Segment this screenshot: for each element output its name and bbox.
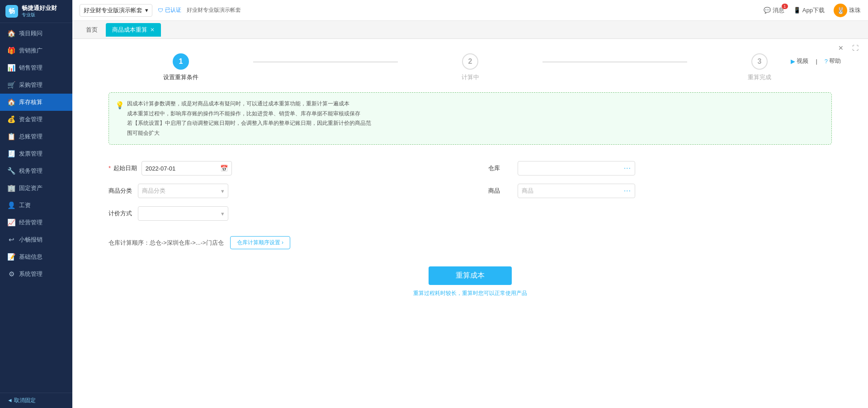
warehouse-order-label: 仓库计算顺序：总仓->深圳仓库->...->门店仓 [108, 239, 224, 247]
sidebar-item-label-salary: 工资 [19, 201, 31, 209]
help-link[interactable]: ? 帮助 [825, 57, 841, 65]
sidebar-item-assets[interactable]: 🏢 固定资产 [0, 180, 72, 197]
project-icon: 🏠 [7, 29, 15, 38]
verified-icon: 🛡 [158, 7, 163, 14]
required-marker: * [108, 165, 111, 171]
finance-icon: 💰 [7, 115, 15, 123]
pricing-label: 计价方式 [108, 209, 133, 218]
close-window-button[interactable]: ✕ [835, 43, 846, 53]
calendar-icon[interactable]: 📅 [220, 165, 228, 172]
step-circle-2: 3 [751, 53, 768, 70]
category-select[interactable]: 商品分类 ▾ [138, 184, 228, 198]
expense-icon: ↩ [7, 236, 15, 244]
account-selector[interactable]: 好业财专业版演示帐套 ▾ [80, 4, 152, 17]
sidebar-item-finance[interactable]: 💰 资金管理 [0, 111, 72, 128]
sidebar-item-label-accounting: 总账管理 [19, 133, 42, 141]
account-dropdown-icon: ▾ [145, 7, 148, 14]
info-line: 成本重算过程中，影响库存账的操作均不能操作，比如进货单、销货单、库存单据不能审核… [127, 109, 824, 119]
expand-window-button[interactable]: ⛶ [850, 43, 861, 53]
sidebar-item-inventory[interactable]: 🏠 库存核算 [0, 94, 72, 111]
warehouse-label: 仓库 [488, 164, 513, 172]
sidebar-item-label-invoice: 发票管理 [19, 150, 42, 158]
info-line: 因成本计算参数调整，或是对商品成本有疑问时，可以通过成本重算功能，重新计算一遍成… [127, 99, 824, 109]
goods-group: 商品 商品 ··· [488, 184, 832, 198]
warehouse-input[interactable]: ··· [518, 161, 635, 176]
sidebar-item-label-inventory: 库存核算 [19, 98, 42, 106]
pricing-select[interactable]: ▾ [138, 206, 228, 221]
info-line: 围可能会扩大 [127, 128, 824, 138]
tab-recalc[interactable]: 商品成本重算✕ [106, 23, 161, 37]
warehouse-order-row: 仓库计算顺序：总仓->深圳仓库->...->门店仓 仓库计算顺序设置 › [72, 236, 868, 249]
recalc-section: 重算成本 重算过程耗时较长，重算时您可以正常使用产品 [72, 262, 868, 297]
warehouse-order-settings-button[interactable]: 仓库计算顺序设置 › [230, 236, 290, 249]
app-title-group: 畅捷通好业财 专业版 [22, 5, 57, 18]
purchase-icon: 🛒 [7, 81, 15, 89]
inventory-icon: 🏠 [7, 98, 15, 106]
app-logo-icon: 畅 [5, 5, 18, 18]
sidebar-item-label-assets: 固定资产 [19, 184, 42, 192]
topbar-actions: 💬 消息 1 📱 App下载 🐰 珠珠 [764, 4, 861, 17]
message-icon: 💬 [764, 7, 771, 14]
info-lines: 因成本计算参数调整，或是对商品成本有疑问时，可以通过成本重算功能，重新计算一遍成… [127, 99, 824, 138]
tab-label-recalc: 商品成本重算 [112, 26, 147, 34]
sidebar-item-label-tax: 税务管理 [19, 167, 42, 175]
sidebar-item-label-sales: 销售管理 [19, 64, 42, 72]
form-row-3: 计价方式 ▾ [108, 206, 832, 221]
step-line-1 [542, 62, 687, 62]
app-download-button[interactable]: 📱 App下载 [793, 6, 825, 14]
sidebar-unpin-button[interactable]: ◄ 取消固定 [0, 393, 72, 408]
sidebar-item-label-basic: 基础信息 [19, 253, 42, 261]
basic-icon: 📝 [7, 253, 15, 261]
step-label-0: 设置重算条件 [163, 73, 198, 81]
start-date-input[interactable]: 2022-07-01 📅 [142, 161, 232, 176]
sales-icon: 📊 [7, 64, 15, 72]
accounting-icon: 📋 [7, 133, 15, 141]
sidebar-item-sales[interactable]: 📊 销售管理 [0, 59, 72, 76]
form-row-2: 商品分类 商品分类 ▾ 商品 商品 ··· [108, 184, 832, 198]
category-group: 商品分类 商品分类 ▾ [108, 184, 452, 198]
verified-account-name: 好业财专业版演示帐套 [187, 6, 241, 14]
sidebar-item-system[interactable]: ⚙ 系统管理 [0, 266, 72, 283]
goods-dots-icon[interactable]: ··· [620, 187, 631, 195]
info-box: 💡 因成本计算参数调整，或是对商品成本有疑问时，可以通过成本重算功能，重新计算一… [108, 92, 832, 145]
tab-home[interactable]: 首页 [80, 23, 104, 37]
sidebar-item-salary[interactable]: 👤 工资 [0, 197, 72, 214]
sidebar-item-operation[interactable]: 📈 经营管理 [0, 214, 72, 231]
form-section: * 起始日期 2022-07-01 📅 仓库 ··· [72, 154, 868, 236]
recalc-button[interactable]: 重算成本 [429, 266, 512, 285]
sidebar-item-marketing[interactable]: 🎁 营销推广 [0, 42, 72, 59]
start-date-label: * 起始日期 [108, 164, 137, 172]
sidebar-item-expense[interactable]: ↩ 小畅报销 [0, 231, 72, 248]
video-link[interactable]: ▶ 视频 [791, 57, 808, 65]
sidebar-item-invoice[interactable]: 🧾 发票管理 [0, 145, 72, 162]
user-profile-button[interactable]: 🐰 珠珠 [834, 4, 861, 17]
top-links: ▶ 视频 | ? 帮助 [791, 57, 841, 65]
step-1: 2计算中 [398, 53, 542, 81]
sidebar-item-basic[interactable]: 📝 基础信息 [0, 248, 72, 266]
marketing-icon: 🎁 [7, 47, 15, 55]
start-date-value: 2022-07-01 [146, 165, 217, 172]
tab-label-home: 首页 [86, 26, 98, 34]
goods-input[interactable]: 商品 ··· [518, 184, 635, 198]
message-button[interactable]: 💬 消息 1 [764, 6, 784, 14]
help-icon: ? [825, 58, 828, 65]
sidebar-header: 畅 畅捷通好业财 专业版 [0, 0, 72, 23]
sidebar-item-project[interactable]: 🏠 项目顾问 [0, 25, 72, 42]
sidebar-item-tax[interactable]: 🔧 税务管理 [0, 162, 72, 180]
info-lightbulb-icon: 💡 [115, 99, 124, 112]
warehouse-group: 仓库 ··· [488, 161, 832, 176]
step-0: 1设置重算条件 [108, 53, 253, 81]
warehouse-dots-icon[interactable]: ··· [620, 164, 631, 172]
window-controls: ✕ ⛶ [835, 43, 861, 53]
sidebar-item-accounting[interactable]: 📋 总账管理 [0, 128, 72, 145]
system-icon: ⚙ [7, 270, 15, 278]
sidebar-item-label-project: 项目顾问 [19, 29, 42, 38]
sidebar-item-label-expense: 小畅报销 [19, 236, 42, 244]
tabbar: 首页商品成本重算✕ [72, 21, 868, 39]
tab-close-recalc[interactable]: ✕ [150, 27, 155, 33]
sidebar-item-label-system: 系统管理 [19, 270, 42, 278]
sidebar-item-label-finance: 资金管理 [19, 115, 42, 123]
start-date-group: * 起始日期 2022-07-01 📅 [108, 161, 452, 176]
sidebar-item-purchase[interactable]: 🛒 采购管理 [0, 76, 72, 94]
recalc-hint: 重算过程耗时较长，重算时您可以正常使用产品 [413, 289, 527, 297]
